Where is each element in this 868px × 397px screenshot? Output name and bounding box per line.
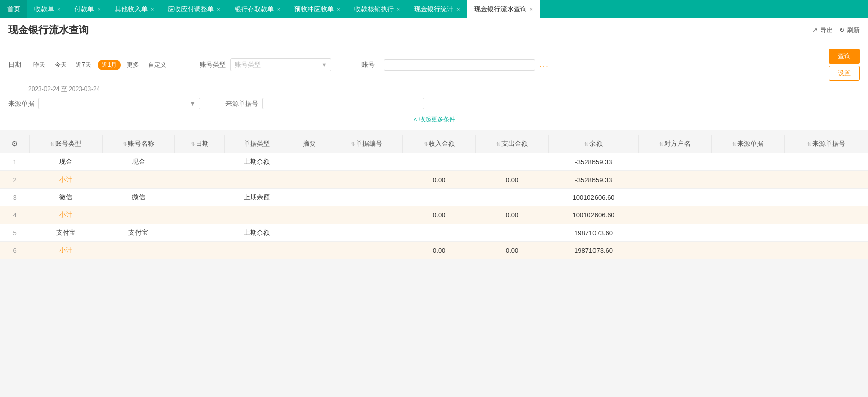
table-cell [784, 242, 868, 259]
table-cell [175, 153, 225, 171]
nav-label-adjustment: 应收应付调整单 [168, 0, 214, 18]
page-header: 现金银行流水查询 ↗ 导出 ↻ 刷新 [0, 18, 868, 42]
date-opt-custom[interactable]: 自定义 [145, 60, 169, 70]
refresh-button[interactable]: ↻ 刷新 [839, 26, 860, 35]
date-range-display: 2023-02-24 至 2023-03-24 [28, 85, 100, 93]
table-cell [289, 206, 330, 224]
nav-label-collection: 收款核销执行 [354, 0, 394, 18]
table-cell [330, 189, 403, 206]
table-row: 4小计0.000.00100102606.60 [0, 206, 868, 224]
table-cell [784, 206, 868, 224]
col-income[interactable]: ⇅收入金额 [403, 135, 476, 153]
close-icon-bank-stats[interactable]: × [456, 0, 460, 18]
source-doc-select[interactable]: ▼ [38, 98, 200, 109]
nav-item-collection[interactable]: 收款核销执行 × [347, 0, 407, 18]
col-account-name[interactable]: ⇅账号名称 [102, 135, 175, 153]
nav-label-payment: 付款单 [74, 0, 94, 18]
date-filter-label: 日期 [8, 60, 26, 69]
settings-button[interactable]: 设置 [829, 66, 860, 81]
date-opt-more[interactable]: 更多 [124, 60, 142, 70]
col-source-doc[interactable]: ⇅来源单据 [711, 135, 784, 153]
col-source-doc-no[interactable]: ⇅来源单据号 [784, 135, 868, 153]
date-opt-7days[interactable]: 近7天 [73, 60, 95, 70]
date-opt-today[interactable]: 今天 [52, 60, 70, 70]
table-cell [289, 171, 330, 189]
nav-item-payment[interactable]: 付款单 × [67, 0, 107, 18]
table-cell: 小计 [29, 171, 102, 189]
account-type-select[interactable]: 账号类型 ▼ [230, 58, 331, 71]
col-expense[interactable]: ⇅支出金额 [476, 135, 549, 153]
nav-label-bank-flow: 现金银行流水查询 [474, 0, 527, 18]
nav-label-other-income: 其他收入单 [115, 0, 148, 18]
table-cell [330, 171, 403, 189]
close-icon-collection[interactable]: × [397, 0, 400, 18]
query-button[interactable]: 查询 [829, 49, 860, 64]
nav-item-home[interactable]: 首页 [0, 0, 27, 18]
sort-icon-account-name: ⇅ [123, 141, 127, 147]
table-cell [711, 224, 784, 242]
col-gear: ⚙ [0, 135, 29, 153]
gear-settings-icon[interactable]: ⚙ [11, 139, 18, 148]
filter-buttons: 查询 设置 [829, 49, 860, 81]
table-body: 1现金现金上期余额-3528659.332小计0.000.00-3528659.… [0, 153, 868, 259]
table-cell [175, 206, 225, 224]
close-icon-bank-flow[interactable]: × [530, 0, 533, 18]
nav-item-receipt[interactable]: 收款单 × [27, 0, 67, 18]
col-account-type[interactable]: ⇅账号类型 [29, 135, 102, 153]
table-cell: 0.00 [403, 171, 476, 189]
export-button[interactable]: ↗ 导出 [812, 26, 833, 35]
table-cell [225, 171, 289, 189]
table-row: 2小计0.000.00-3528659.33 [0, 171, 868, 189]
table-cell [330, 242, 403, 259]
nav-item-other-income[interactable]: 其他收入单 × [108, 0, 161, 18]
close-icon-other-income[interactable]: × [151, 0, 154, 18]
table-cell: 4 [0, 206, 29, 224]
table-cell: 5 [0, 224, 29, 242]
close-icon-bank-deposit[interactable]: × [277, 0, 280, 18]
col-date[interactable]: ⇅日期 [175, 135, 225, 153]
table-cell [711, 171, 784, 189]
table-cell: 支付宝 [102, 224, 175, 242]
data-table: ⚙ ⇅账号类型 ⇅账号名称 ⇅日期 单据类型 摘要 ⇅单据编号 ⇅收入金额 [0, 135, 868, 259]
filter-row-1: 日期 昨天 今天 近7天 近1月 更多 自定义 账号类型 账号类型 ▼ 账号 .… [8, 49, 860, 81]
collapse-icon: ∧ [413, 116, 418, 123]
table-cell: 100102606.60 [549, 206, 639, 224]
nav-item-bank-stats[interactable]: 现金银行统计 × [407, 0, 467, 18]
source-doc-chevron-icon: ▼ [189, 100, 196, 107]
close-icon-prepayment[interactable]: × [337, 0, 340, 18]
dots-button[interactable]: ... [539, 60, 549, 69]
table-cell: 100102606.60 [549, 189, 639, 206]
table-row: 3微信微信上期余额100102606.60 [0, 189, 868, 206]
table-cell: 19871073.60 [549, 242, 639, 259]
close-icon-receipt[interactable]: × [57, 0, 60, 18]
col-counterpart[interactable]: ⇅对方户名 [638, 135, 711, 153]
refresh-label: 刷新 [847, 26, 860, 35]
collapse-bar[interactable]: ∧ 收起更多条件 [8, 113, 860, 126]
table-cell: 0.00 [476, 171, 549, 189]
sort-icon-expense: ⇅ [496, 141, 500, 147]
date-opt-yesterday[interactable]: 昨天 [30, 60, 49, 70]
close-icon-adjustment[interactable]: × [217, 0, 220, 18]
nav-item-bank-deposit[interactable]: 银行存取款单 × [227, 0, 287, 18]
table-cell: 上期余额 [225, 224, 289, 242]
table-cell: 现金 [29, 153, 102, 171]
source-doc-no-input[interactable] [262, 98, 424, 109]
table-cell [784, 224, 868, 242]
col-balance[interactable]: ⇅余额 [549, 135, 639, 153]
table-row: 5支付宝支付宝上期余额19871073.60 [0, 224, 868, 242]
table-cell [289, 242, 330, 259]
filter-area: 日期 昨天 今天 近7天 近1月 更多 自定义 账号类型 账号类型 ▼ 账号 .… [0, 42, 868, 130]
close-icon-payment[interactable]: × [97, 0, 100, 18]
date-opt-1month[interactable]: 近1月 [98, 60, 121, 70]
sort-icon-account-type: ⇅ [50, 141, 54, 147]
table-cell [476, 189, 549, 206]
sort-icon-income: ⇅ [424, 141, 428, 147]
nav-label-receipt: 收款单 [34, 0, 54, 18]
nav-item-prepayment[interactable]: 预收冲应收单 × [287, 0, 347, 18]
table-cell [476, 224, 549, 242]
nav-item-adjustment[interactable]: 应收应付调整单 × [161, 0, 227, 18]
nav-label-prepayment: 预收冲应收单 [294, 0, 334, 18]
nav-item-bank-flow[interactable]: 现金银行流水查询 × [467, 0, 540, 18]
col-doc-no[interactable]: ⇅单据编号 [330, 135, 403, 153]
account-no-input[interactable] [384, 59, 535, 71]
